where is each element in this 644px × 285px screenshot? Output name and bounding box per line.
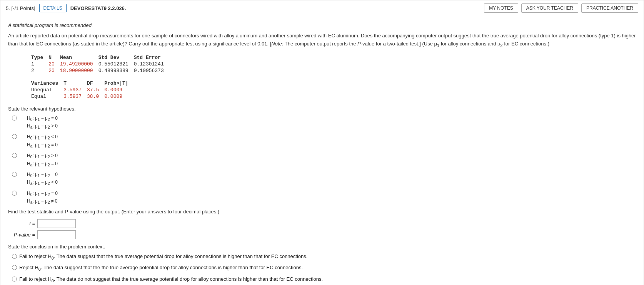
content: A statistical program is recommended. An… bbox=[0, 16, 644, 285]
variance-unequal: Unequal bbox=[31, 87, 63, 93]
conclusion-text-3: Fail to reject H0. The data do not sugge… bbox=[19, 275, 323, 284]
ha-2: Ha: μ1 − μ2 = 0 bbox=[27, 141, 58, 149]
prob-equal: 0.0009 bbox=[104, 93, 133, 100]
h0-5: H0: μ1 − μ2 = 0 bbox=[27, 190, 58, 198]
question-id: DEVORESTAT9 2.2.026. bbox=[70, 5, 126, 11]
radio-row-4: H0: μ1 − μ2 = 0 Ha: μ1 − μ2 < 0 bbox=[12, 171, 636, 187]
hypothesis-lines-3: H0: μ1 − μ2 > 0 Ha: μ1 − μ2 = 0 bbox=[27, 152, 58, 168]
hypothesis-radio-2[interactable] bbox=[12, 134, 17, 139]
input-section: t = P-value = bbox=[8, 219, 636, 239]
hypothesis-option-2: H0: μ1 − μ2 < 0 Ha: μ1 − μ2 = 0 bbox=[12, 133, 636, 149]
df-unequal: 37.5 bbox=[87, 87, 104, 93]
conclusion-option-3: Fail to reject H0. The data do not sugge… bbox=[12, 275, 636, 284]
type-2: 2 bbox=[31, 67, 48, 74]
type-1: 1 bbox=[31, 61, 48, 67]
hypothesis-radio-1[interactable] bbox=[12, 116, 17, 121]
stddev-1: 0.55012821 bbox=[98, 61, 134, 67]
conclusion-radio-3[interactable] bbox=[12, 277, 17, 282]
h0-3: H0: μ1 − μ2 > 0 bbox=[27, 152, 58, 160]
hypothesis-option-3: H0: μ1 − μ2 > 0 Ha: μ1 − μ2 = 0 bbox=[12, 152, 636, 168]
conclusion-text-2: Reject H0. The data suggest that the the… bbox=[19, 264, 303, 272]
question-number: 5. [-/1 Points] bbox=[6, 5, 35, 11]
col-stddev-header: Std Dev bbox=[98, 54, 134, 61]
data-table: Type N Mean Std Dev Std Error 1 20 19.49… bbox=[31, 54, 636, 74]
hypothesis-option-1: H0: μ1 − μ2 = 0 Ha: μ1 − μ2 > 0 bbox=[12, 115, 636, 131]
statistical-note: A statistical program is recommended. bbox=[8, 22, 636, 28]
radio-row-5: H0: μ1 − μ2 = 0 Ha: μ1 − μ2 ≠ 0 bbox=[12, 190, 636, 206]
conclusion-label: State the conclusion in the problem cont… bbox=[8, 244, 636, 250]
col-mean-header: Mean bbox=[60, 54, 98, 61]
hypothesis-lines-4: H0: μ1 − μ2 = 0 Ha: μ1 − μ2 < 0 bbox=[27, 171, 58, 187]
hypothesis-lines-1: H0: μ1 − μ2 = 0 Ha: μ1 − μ2 > 0 bbox=[27, 115, 58, 131]
t-input-row: t = bbox=[8, 219, 636, 228]
table-row: Unequal 3.5937 37.5 0.0009 bbox=[31, 87, 134, 93]
table-row: Equal 3.5937 38.0 0.0009 bbox=[31, 93, 134, 100]
ha-3: Ha: μ1 − μ2 = 0 bbox=[27, 160, 58, 168]
header-left: 5. [-/1 Points] DETAILS DEVORESTAT9 2.2.… bbox=[6, 4, 126, 12]
t-input[interactable] bbox=[37, 219, 76, 228]
radio-row-1: H0: μ1 − μ2 = 0 Ha: μ1 − μ2 > 0 bbox=[12, 115, 636, 131]
pvalue-input[interactable] bbox=[37, 230, 76, 239]
variance-equal: Equal bbox=[31, 93, 63, 100]
problem-text: An article reported data on potential dr… bbox=[8, 32, 636, 49]
pvalue-label: P-value = bbox=[8, 232, 35, 238]
header-right: MY NOTES ASK YOUR TEACHER PRACTICE ANOTH… bbox=[484, 3, 638, 13]
hypothesis-radio-5[interactable] bbox=[12, 191, 17, 196]
t-col-header: T bbox=[63, 80, 87, 87]
df-equal: 38.0 bbox=[87, 93, 104, 100]
hypothesis-radio-3[interactable] bbox=[12, 153, 17, 158]
h0-1: H0: μ1 − μ2 = 0 bbox=[27, 115, 58, 122]
details-button[interactable]: DETAILS bbox=[39, 4, 67, 12]
t-unequal: 3.5937 bbox=[63, 87, 87, 93]
table-row: 2 20 18.90000000 0.48998389 0.10956373 bbox=[31, 67, 169, 74]
radio-row-2: H0: μ1 − μ2 < 0 Ha: μ1 − μ2 = 0 bbox=[12, 133, 636, 149]
ha-4: Ha: μ1 − μ2 < 0 bbox=[27, 179, 58, 186]
conclusion-text-1: Fail to reject H0. The data suggest that… bbox=[19, 253, 307, 261]
stderr-2: 0.10956373 bbox=[134, 67, 169, 74]
t-label: t = bbox=[8, 221, 35, 226]
hypothesis-option-5: H0: μ1 − μ2 = 0 Ha: μ1 − μ2 ≠ 0 bbox=[12, 190, 636, 206]
df-col-header: DF bbox=[87, 80, 104, 87]
hypotheses-radio-group: H0: μ1 − μ2 = 0 Ha: μ1 − μ2 > 0 H0: μ1 −… bbox=[12, 115, 636, 206]
mean-2: 18.90000000 bbox=[60, 67, 98, 74]
col-type-header: Type bbox=[31, 54, 48, 61]
hypothesis-lines-5: H0: μ1 − μ2 = 0 Ha: μ1 − μ2 ≠ 0 bbox=[27, 190, 58, 206]
hypotheses-label: State the relevant hypotheses. bbox=[8, 106, 636, 112]
test-statistic-label: Find the test statistic and P-value usin… bbox=[8, 209, 636, 215]
t-equal: 3.5937 bbox=[63, 93, 87, 100]
col-stderr-header: Std Error bbox=[134, 54, 169, 61]
n-2: 20 bbox=[48, 67, 60, 74]
page-wrapper: 5. [-/1 Points] DETAILS DEVORESTAT9 2.2.… bbox=[0, 0, 644, 285]
conclusion-options: Fail to reject H0. The data suggest that… bbox=[12, 253, 636, 285]
radio-row-3: H0: μ1 − μ2 > 0 Ha: μ1 − μ2 = 0 bbox=[12, 152, 636, 168]
var-col-header: Variances bbox=[31, 80, 63, 87]
mean-1: 19.49200000 bbox=[60, 61, 98, 67]
conclusion-radio-2[interactable] bbox=[12, 265, 17, 270]
variances-table: Variances T DF Prob>|T| Unequal 3.5937 3… bbox=[31, 80, 636, 100]
hypothesis-radio-4[interactable] bbox=[12, 172, 17, 177]
hypothesis-lines-2: H0: μ1 − μ2 < 0 Ha: μ1 − μ2 = 0 bbox=[27, 133, 58, 149]
stddev-2: 0.48998389 bbox=[98, 67, 134, 74]
col-n-header: N bbox=[48, 54, 60, 61]
ha-1: Ha: μ1 − μ2 > 0 bbox=[27, 122, 58, 130]
n-1: 20 bbox=[48, 61, 60, 67]
my-notes-button[interactable]: MY NOTES bbox=[484, 3, 518, 13]
conclusion-option-2: Reject H0. The data suggest that the the… bbox=[12, 264, 636, 272]
pvalue-input-row: P-value = bbox=[8, 230, 636, 239]
h0-2: H0: μ1 − μ2 < 0 bbox=[27, 133, 58, 141]
stderr-1: 0.12301241 bbox=[134, 61, 169, 67]
practice-another-button[interactable]: PRACTICE ANOTHER bbox=[581, 3, 638, 13]
h0-4: H0: μ1 − μ2 = 0 bbox=[27, 171, 58, 179]
ha-5: Ha: μ1 − μ2 ≠ 0 bbox=[27, 198, 58, 205]
hypothesis-option-4: H0: μ1 − μ2 = 0 Ha: μ1 − μ2 < 0 bbox=[12, 171, 636, 187]
table-row: 1 20 19.49200000 0.55012821 0.12301241 bbox=[31, 61, 169, 67]
ask-teacher-button[interactable]: ASK YOUR TEACHER bbox=[521, 3, 578, 13]
conclusion-option-1: Fail to reject H0. The data suggest that… bbox=[12, 253, 636, 261]
conclusion-radio-1[interactable] bbox=[12, 254, 17, 259]
header: 5. [-/1 Points] DETAILS DEVORESTAT9 2.2.… bbox=[0, 0, 644, 16]
prob-col-header: Prob>|T| bbox=[104, 80, 133, 87]
prob-unequal: 0.0009 bbox=[104, 87, 133, 93]
